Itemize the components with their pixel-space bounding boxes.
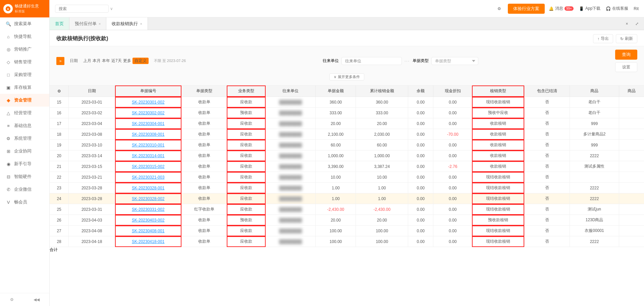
cell-doc-no[interactable]: SK-20230408-001: [115, 226, 181, 236]
th-partner[interactable]: 往来单位: [266, 85, 316, 97]
doc-no-link[interactable]: SK-20230328-001: [132, 186, 164, 190]
cell-num: 28: [50, 236, 69, 247]
tab-close-all-btn[interactable]: ×: [623, 20, 631, 27]
box-icon: ▣: [5, 84, 11, 90]
doc-no-link[interactable]: SK-20230315-002: [132, 164, 164, 169]
cell-doc-no[interactable]: SK-20230314-001: [115, 150, 181, 161]
sidebar-item-search[interactable]: 🔍 搜索菜单: [0, 17, 49, 30]
doc-no-link[interactable]: SK-20230314-001: [132, 154, 164, 158]
tab-fullscreen-btn[interactable]: ⤢: [633, 20, 641, 27]
doc-no-link[interactable]: SK-20230301-002: [132, 100, 164, 105]
doc-no-link[interactable]: SK-20230310-001: [132, 143, 164, 147]
cell-doc-no[interactable]: SK-20230302-002: [115, 108, 181, 118]
cell-doc-no[interactable]: SK-20230331-002: [115, 204, 181, 215]
sidebar-item-hardware[interactable]: ⊟ 智能硬件: [0, 170, 49, 183]
tab-home[interactable]: 首页: [50, 17, 69, 30]
sidebar-item-basic[interactable]: ≡ 基础信息: [0, 119, 49, 132]
sidebar-item-guide[interactable]: ◉ 新手引导: [0, 158, 49, 170]
topbar-search-input[interactable]: [55, 5, 109, 13]
th-cancel-amount[interactable]: 累计核销金额: [356, 85, 408, 97]
filter-toggle-btn[interactable]: »: [56, 57, 64, 65]
solution-button[interactable]: 体验行业方案: [508, 4, 545, 14]
doc-type-select[interactable]: 单据类型: [431, 57, 478, 65]
doc-no-link[interactable]: SK-20230302-002: [132, 111, 164, 115]
sidebar-item-purchase[interactable]: □ 采购管理: [0, 68, 49, 81]
more-dates-btn[interactable]: 更多: [123, 58, 131, 64]
cell-doc-no[interactable]: SK-20230310-001: [115, 140, 181, 150]
doc-no-link[interactable]: SK-20230304-001: [132, 121, 164, 126]
export-button[interactable]: ↑ 导出: [593, 34, 613, 43]
cell-cash-discount: 0.00: [433, 215, 472, 226]
th-product[interactable]: 商品: [570, 85, 619, 97]
cell-doc-no[interactable]: SK-20230328-002: [115, 193, 181, 204]
cell-doc-no[interactable]: SK-20230308-001: [115, 129, 181, 140]
th-cancel-type[interactable]: 核销类型: [472, 85, 524, 97]
last-month-btn[interactable]: 上月: [83, 58, 91, 64]
cell-doc-no[interactable]: SK-20230418-001: [115, 236, 181, 247]
filter-settings-btn[interactable]: 设置: [615, 62, 637, 72]
doc-no-link[interactable]: SK-20230418-001: [132, 239, 164, 244]
query-button[interactable]: 查询: [615, 50, 637, 60]
cell-amount: 360.00: [316, 97, 356, 108]
cell-product2: [619, 129, 644, 140]
cell-doc-no[interactable]: SK-20230315-002: [115, 161, 181, 172]
sidebar-item-inventory[interactable]: ▣ 库存核算: [0, 81, 49, 94]
topbar-gear-icon[interactable]: ⚙: [494, 4, 504, 13]
doc-no-link[interactable]: SK-20230328-002: [132, 196, 164, 201]
footer-spacer: [408, 247, 433, 253]
th-amount[interactable]: 单据金额: [316, 85, 356, 97]
sidebar-item-system[interactable]: ⚙ 系统管理: [0, 132, 49, 145]
this-year-btn[interactable]: 本年: [102, 58, 110, 64]
sidebar-settings-btn[interactable]: ⚙: [7, 296, 16, 303]
tab-receivable-close[interactable]: ×: [140, 22, 142, 26]
user-name[interactable]: Rit: [634, 6, 639, 11]
service-item[interactable]: 🎧 在线客服: [606, 6, 628, 11]
th-settings[interactable]: ⚙: [50, 85, 69, 97]
cell-doc-no[interactable]: SK-20230403-002: [115, 215, 181, 226]
cell-doc-no[interactable]: SK-20230304-001: [115, 118, 181, 129]
th-doc-no[interactable]: 单据编号: [115, 85, 181, 97]
th-include-settled[interactable]: 包含已结清: [524, 85, 570, 97]
custom-date-btn[interactable]: 自定义: [132, 58, 149, 64]
messages-item[interactable]: 🔔 消息 99+: [549, 6, 574, 11]
sidebar-item-sales[interactable]: ◇ 销售管理: [0, 56, 49, 68]
sidebar-item-enterprise[interactable]: ⊞ 企业协同: [0, 145, 49, 158]
expand-more-btn[interactable]: ∨ 展开更多条件: [329, 73, 364, 80]
cell-include-settled: 否: [524, 150, 570, 161]
sidebar-collapse-btn[interactable]: ◀◀: [31, 296, 42, 303]
sidebar-item-operations[interactable]: △ 经营管理: [0, 107, 49, 119]
doc-no-link[interactable]: SK-20230308-001: [132, 132, 164, 137]
sidebar-item-capital[interactable]: ◈ 资金管理: [0, 94, 49, 107]
doc-no-link[interactable]: SK-20230403-002: [132, 218, 164, 223]
cell-doc-no[interactable]: SK-20230321-003: [115, 172, 181, 183]
refresh-button[interactable]: ↻ 刷新: [616, 34, 637, 43]
more-filters-icon[interactable]: ···: [405, 59, 410, 63]
sidebar-item-member[interactable]: V 畅会员: [0, 196, 49, 208]
this-month-btn[interactable]: 本月: [93, 58, 101, 64]
cell-doc-no[interactable]: SK-20230301-002: [115, 97, 181, 108]
doc-no-link[interactable]: SK-20230321-003: [132, 175, 164, 180]
th-product2[interactable]: 商品: [619, 85, 644, 97]
cell-cash-discount: 0.00: [433, 150, 472, 161]
th-biz-type[interactable]: 业务类型: [227, 85, 266, 97]
last-7days-btn[interactable]: 近7天: [111, 58, 122, 64]
doc-no-link[interactable]: SK-20230408-001: [132, 229, 164, 233]
th-doc-type[interactable]: 单据类型: [181, 85, 227, 97]
sidebar-item-wechat[interactable]: ✆ 企业微信: [0, 183, 49, 196]
doc-no-link[interactable]: SK-20230331-002: [132, 207, 164, 212]
cell-cancel-amount: 100.00: [356, 236, 408, 247]
tab-prepay-close[interactable]: ×: [99, 22, 101, 26]
topbar-dropdown-arrow[interactable]: ∨: [110, 6, 113, 11]
cell-doc-no[interactable]: SK-20230328-001: [115, 183, 181, 193]
app-download-item[interactable]: 📱 App下载: [579, 6, 600, 11]
th-date[interactable]: 日期: [69, 85, 115, 97]
sidebar-item-quick-nav[interactable]: ⌂ 快捷导航: [0, 30, 49, 43]
tab-receivable[interactable]: 收款核销执行 ×: [106, 17, 148, 30]
tab-prepay[interactable]: 预付应付单 ×: [69, 17, 106, 30]
table-row: 24 2023-03-28 SK-20230328-002 收款单 应收款 ██…: [50, 193, 644, 204]
th-cash-discount[interactable]: 现金折扣: [433, 85, 472, 97]
cell-include-settled: 否: [524, 172, 570, 183]
sidebar-item-marketing[interactable]: ◎ 营销推广: [0, 43, 49, 56]
partner-input[interactable]: [341, 57, 402, 65]
th-balance[interactable]: 余额: [408, 85, 433, 97]
